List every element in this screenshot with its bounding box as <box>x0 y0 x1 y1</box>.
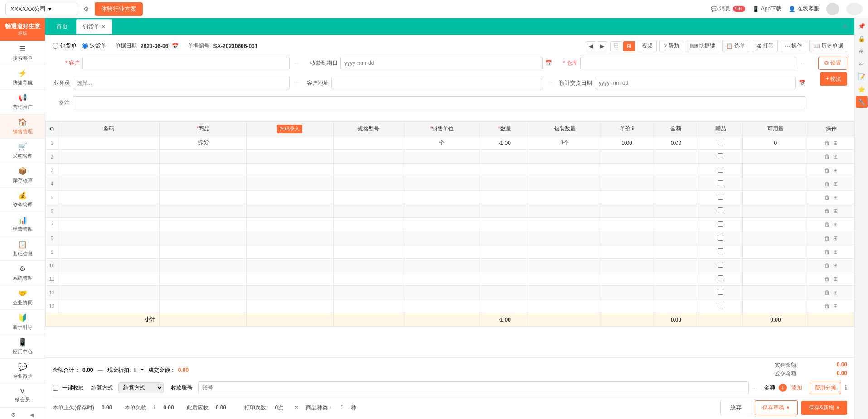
right-tool-star[interactable]: ⭐ <box>856 83 868 95</box>
row-barcode[interactable] <box>58 272 160 286</box>
sidebar-item-quick-nav[interactable]: ⚡ 快捷导航 <box>0 65 45 90</box>
sidebar-item-search-order[interactable]: ☰ 搜索菜单 <box>0 41 45 65</box>
sidebar-item-wechat[interactable]: 💬 企业微信 <box>0 359 45 383</box>
scan-btn[interactable]: 扫码录入 <box>277 125 302 133</box>
return-order-radio[interactable]: 退货单 <box>82 42 106 50</box>
row-spec[interactable] <box>333 150 404 164</box>
delete-icon[interactable]: 🗑 <box>824 140 830 146</box>
avatar-2[interactable] <box>846 3 863 15</box>
delete-icon[interactable]: 🗑 <box>824 194 830 201</box>
sidebar-item-marketing[interactable]: 📢 营销推广 <box>0 90 45 114</box>
row-gift[interactable] <box>698 164 743 177</box>
save-new-btn[interactable]: 保存&新增 ∧ <box>801 401 847 415</box>
logistics-btn[interactable]: + 物流 <box>820 72 847 86</box>
settings-icon[interactable]: ⚙ <box>82 4 91 14</box>
online-support-item[interactable]: 👤 在线客服 <box>789 5 819 13</box>
row-qty[interactable] <box>480 150 529 164</box>
row-product[interactable] <box>160 150 247 164</box>
sidebar-item-purchase[interactable]: 🛒 采购管理 <box>0 139 45 163</box>
discard-btn[interactable]: 放弃 <box>720 400 751 415</box>
next-arrow[interactable]: ▶ <box>597 41 607 51</box>
row-qty[interactable] <box>480 204 529 218</box>
tab-close-icon[interactable]: × <box>102 24 105 30</box>
row-unit[interactable] <box>404 191 480 204</box>
message-item[interactable]: 💬 消息 99+ <box>711 5 745 13</box>
remark-input[interactable] <box>73 96 805 109</box>
row-unit[interactable] <box>404 218 480 231</box>
row-pack-qty[interactable] <box>529 204 600 218</box>
view-grid-btn[interactable]: ⊞ <box>623 41 635 51</box>
row-price[interactable] <box>600 286 654 299</box>
row-unit[interactable] <box>404 164 480 177</box>
row-product[interactable] <box>160 286 247 299</box>
one-click-pay-checkbox[interactable] <box>53 385 58 391</box>
copy-icon[interactable]: ⊞ <box>833 154 838 160</box>
row-spec[interactable] <box>333 204 404 218</box>
delete-icon[interactable]: 🗑 <box>824 154 830 160</box>
row-price[interactable] <box>600 191 654 204</box>
row-amount[interactable] <box>654 218 698 231</box>
row-gift[interactable] <box>698 177 743 191</box>
delete-icon[interactable]: 🗑 <box>824 303 830 309</box>
row-pack-qty[interactable] <box>529 272 600 286</box>
delete-icon[interactable]: 🗑 <box>824 208 830 214</box>
copy-icon[interactable]: ⊞ <box>833 235 838 241</box>
copy-icon[interactable]: ⊞ <box>833 140 838 146</box>
discount-info-icon[interactable]: ℹ <box>134 367 136 373</box>
row-spec[interactable] <box>333 177 404 191</box>
sidebar-item-sales[interactable]: 🏠 销售管理 <box>0 114 45 139</box>
row-barcode[interactable] <box>58 204 160 218</box>
row-price[interactable] <box>600 299 654 313</box>
row-product[interactable]: 拆货 <box>160 136 247 150</box>
view-list-btn[interactable]: ☰ <box>610 41 622 51</box>
sidebar-collapse-icon[interactable]: ◀ <box>30 412 34 418</box>
row-unit[interactable] <box>404 259 480 272</box>
row-gift[interactable] <box>698 231 743 245</box>
row-product[interactable] <box>160 272 247 286</box>
avatar[interactable] <box>826 3 839 15</box>
row-pack-qty[interactable] <box>529 299 600 313</box>
row-spec[interactable] <box>333 299 404 313</box>
row-unit[interactable]: 个 <box>404 136 480 150</box>
row-spec[interactable] <box>333 259 404 272</box>
sidebar-item-app-center[interactable]: 📱 应用中心 <box>0 334 45 359</box>
row-amount[interactable] <box>654 245 698 259</box>
delete-icon[interactable]: 🗑 <box>824 289 830 296</box>
right-tool-lock[interactable]: 🔒 <box>856 33 868 44</box>
row-price[interactable] <box>600 272 654 286</box>
row-spec[interactable] <box>333 191 404 204</box>
row-gift[interactable] <box>698 191 743 204</box>
row-gift[interactable] <box>698 245 743 259</box>
row-spec[interactable] <box>333 218 404 231</box>
row-pack-qty[interactable] <box>529 286 600 299</box>
settlement-select[interactable]: 结算方式 <box>118 382 164 393</box>
customer-input[interactable] <box>82 57 290 69</box>
copy-icon[interactable]: ⊞ <box>833 222 838 228</box>
row-product[interactable] <box>160 259 247 272</box>
row-barcode[interactable] <box>58 245 160 259</box>
row-spec[interactable] <box>333 231 404 245</box>
delete-icon[interactable]: 🗑 <box>824 249 830 255</box>
dots-separator[interactable]: ··· <box>752 385 757 391</box>
row-pack-qty[interactable] <box>529 150 600 164</box>
delete-icon[interactable]: 🗑 <box>824 181 830 187</box>
row-pack-qty[interactable] <box>529 259 600 272</box>
row-barcode[interactable] <box>58 177 160 191</box>
row-price[interactable] <box>600 231 654 245</box>
history-btn[interactable]: 📖 历史单据 <box>809 40 847 52</box>
delete-icon[interactable]: 🗑 <box>824 276 830 282</box>
due-date-calendar-icon[interactable]: 📅 <box>545 60 552 66</box>
row-gift[interactable] <box>698 218 743 231</box>
row-barcode[interactable] <box>58 191 160 204</box>
delete-icon[interactable]: 🗑 <box>824 167 830 173</box>
return-order-radio-input[interactable] <box>82 43 88 49</box>
row-gift[interactable] <box>698 204 743 218</box>
delete-icon[interactable]: 🗑 <box>824 235 830 241</box>
right-tool-add[interactable]: ⊕ <box>856 45 868 57</box>
row-amount[interactable] <box>654 259 698 272</box>
save-draft-btn[interactable]: 保存草稿 ∧ <box>755 400 798 415</box>
delete-icon[interactable]: 🗑 <box>824 262 830 269</box>
row-gift[interactable] <box>698 286 743 299</box>
copy-icon[interactable]: ⊞ <box>833 208 838 214</box>
row-product[interactable] <box>160 177 247 191</box>
